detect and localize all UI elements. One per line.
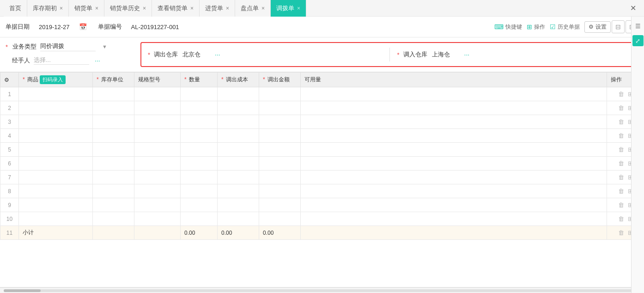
warehouse-out-value[interactable]: 北京仓 — [182, 50, 210, 59]
spec-cell[interactable] — [134, 157, 181, 171]
qty-cell[interactable] — [181, 212, 218, 226]
amount-cell[interactable] — [259, 143, 301, 157]
col-settings[interactable]: ⚙ — [0, 73, 19, 87]
close-tab-sales-history[interactable]: × — [143, 5, 146, 12]
unit-cell[interactable] — [93, 115, 134, 129]
qty-cell[interactable] — [181, 198, 218, 212]
business-type-value[interactable]: 同价调拨 — [40, 42, 96, 51]
spec-cell[interactable] — [134, 129, 181, 143]
product-cell[interactable] — [19, 212, 93, 226]
cost-cell[interactable] — [218, 212, 259, 226]
tab-sales-history[interactable]: 销货单历史 × — [104, 0, 152, 17]
cost-cell[interactable] — [218, 115, 259, 129]
qty-cell[interactable] — [181, 115, 218, 129]
sidebar-expand-icon[interactable]: ⤢ — [632, 35, 644, 46]
amount-cell[interactable] — [259, 129, 301, 143]
unit-cell[interactable] — [93, 171, 134, 184]
product-cell[interactable] — [19, 157, 93, 171]
tab-transfer[interactable]: 调拨单 × — [271, 0, 306, 17]
delete-row-icon[interactable]: 🗑 — [618, 160, 624, 167]
close-tab-view-sales[interactable]: × — [190, 5, 194, 12]
amount-cell[interactable] — [259, 157, 301, 171]
spec-cell[interactable] — [134, 171, 181, 184]
calendar-icon[interactable]: 📅 — [79, 23, 87, 31]
qty-cell[interactable] — [181, 101, 218, 115]
delete-row-icon[interactable]: 🗑 — [618, 118, 624, 125]
tab-stocktake[interactable]: 盘点单 × — [235, 0, 271, 17]
settings-button[interactable]: ⚙ 设置 — [584, 21, 611, 33]
close-tab-sales-order[interactable]: × — [95, 5, 98, 12]
handler-more-btn[interactable]: ··· — [95, 57, 100, 64]
operations-action[interactable]: ⊞ 操作 — [527, 23, 545, 31]
horizontal-scrollbar[interactable] — [0, 287, 644, 293]
unit-cell[interactable] — [93, 87, 134, 101]
handler-select[interactable]: 选择... — [34, 56, 89, 65]
qty-cell[interactable] — [181, 87, 218, 101]
history-action[interactable]: ☑ 历史单据 — [550, 23, 580, 31]
close-tab-transfer[interactable]: × — [297, 5, 300, 12]
product-cell[interactable] — [19, 87, 93, 101]
scrollbar-thumb[interactable] — [4, 289, 41, 292]
cost-cell[interactable] — [218, 184, 259, 198]
amount-cell[interactable] — [259, 171, 301, 184]
delete-row-icon[interactable]: 🗑 — [618, 188, 624, 195]
scan-input-button[interactable]: 扫码录入 — [40, 75, 66, 84]
sidebar-list-icon[interactable]: ☰ — [632, 20, 644, 31]
amount-cell[interactable] — [259, 87, 301, 101]
cost-cell[interactable] — [218, 171, 259, 184]
tab-home[interactable]: 首页 — [4, 0, 27, 17]
tab-sales-order[interactable]: 销货单 × — [69, 0, 104, 17]
spec-cell[interactable] — [134, 143, 181, 157]
qty-cell[interactable] — [181, 143, 218, 157]
amount-cell[interactable] — [259, 101, 301, 115]
spec-cell[interactable] — [134, 115, 181, 129]
product-cell[interactable] — [19, 129, 93, 143]
unit-cell[interactable] — [93, 198, 134, 212]
qty-cell[interactable] — [181, 157, 218, 171]
cost-cell[interactable] — [218, 129, 259, 143]
cost-cell[interactable] — [218, 157, 259, 171]
delete-row-icon[interactable]: 🗑 — [618, 146, 624, 153]
settings-gear-icon[interactable]: ⚙ — [4, 77, 9, 83]
product-cell[interactable] — [19, 198, 93, 212]
unit-cell[interactable] — [93, 157, 134, 171]
window-close-button[interactable]: ✕ — [626, 1, 640, 16]
delete-row-icon[interactable]: 🗑 — [618, 201, 624, 208]
amount-cell[interactable] — [259, 212, 301, 226]
delete-row-icon[interactable]: 🗑 — [618, 174, 624, 181]
layout-toggle-button[interactable]: ⊟ — [612, 20, 625, 33]
unit-cell[interactable] — [93, 129, 134, 143]
warehouse-out-more-btn[interactable]: ··· — [215, 51, 220, 58]
spec-cell[interactable] — [134, 212, 181, 226]
cost-cell[interactable] — [218, 143, 259, 157]
warehouse-in-value[interactable]: 上海仓 — [432, 50, 460, 59]
cost-cell[interactable] — [218, 198, 259, 212]
doc-date-value[interactable]: 2019-12-27 — [39, 24, 70, 31]
tab-purchase[interactable]: 进货单 × — [200, 0, 235, 17]
unit-cell[interactable] — [93, 101, 134, 115]
qty-cell[interactable] — [181, 171, 218, 184]
tab-inventory-init[interactable]: 库存期初 × — [27, 0, 69, 17]
delete-row-icon[interactable]: 🗑 — [618, 104, 624, 111]
amount-cell[interactable] — [259, 198, 301, 212]
spec-cell[interactable] — [134, 101, 181, 115]
product-cell[interactable] — [19, 143, 93, 157]
qty-cell[interactable] — [181, 129, 218, 143]
cost-cell[interactable] — [218, 101, 259, 115]
unit-cell[interactable] — [93, 184, 134, 198]
close-tab-inventory-init[interactable]: × — [60, 5, 63, 12]
shortcuts-action[interactable]: ⌨ 快捷键 — [494, 23, 522, 31]
unit-cell[interactable] — [93, 143, 134, 157]
product-cell[interactable] — [19, 101, 93, 115]
spec-cell[interactable] — [134, 87, 181, 101]
amount-cell[interactable] — [259, 115, 301, 129]
delete-row-icon[interactable]: 🗑 — [618, 91, 624, 98]
qty-cell[interactable] — [181, 184, 218, 198]
unit-cell[interactable] — [93, 212, 134, 226]
spec-cell[interactable] — [134, 198, 181, 212]
spec-cell[interactable] — [134, 184, 181, 198]
product-cell[interactable] — [19, 184, 93, 198]
product-cell[interactable] — [19, 115, 93, 129]
amount-cell[interactable] — [259, 184, 301, 198]
close-tab-purchase[interactable]: × — [226, 5, 229, 12]
